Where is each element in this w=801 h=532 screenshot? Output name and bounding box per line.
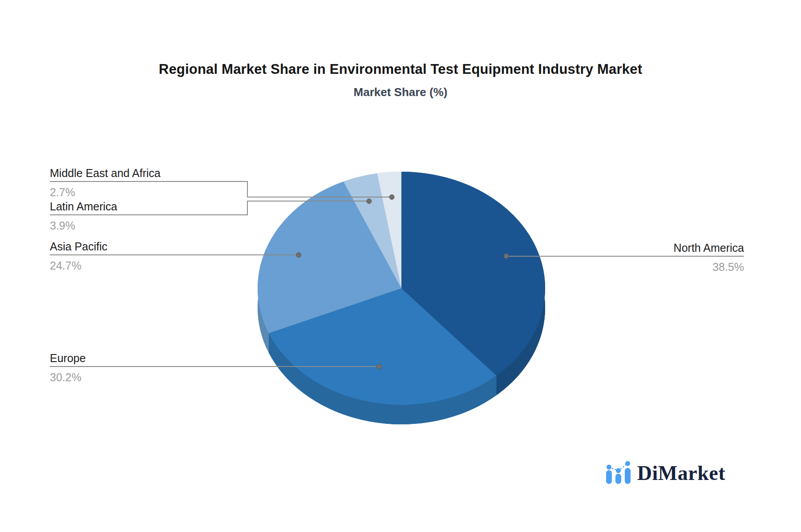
leader-dot bbox=[377, 364, 382, 369]
label-europe: Europe bbox=[50, 352, 86, 365]
leader-dot bbox=[504, 254, 509, 258]
pie-chart bbox=[0, 0, 801, 532]
label-latin-america: Latin America bbox=[50, 200, 117, 213]
leader-dot bbox=[389, 195, 394, 200]
leader-dot bbox=[296, 253, 301, 258]
dimarket-logo: DiMarket bbox=[606, 461, 725, 485]
value-asia-pacific: 24.7% bbox=[50, 259, 81, 272]
leader-dot bbox=[367, 199, 372, 204]
value-middle-east-and-africa: 2.7% bbox=[50, 186, 75, 199]
label-north-america: North America bbox=[674, 242, 744, 254]
value-north-america: 38.5% bbox=[712, 261, 744, 274]
bar-chart-trend-icon bbox=[606, 461, 631, 485]
label-asia-pacific: Asia Pacific bbox=[50, 240, 107, 253]
value-latin-america: 3.9% bbox=[50, 219, 75, 232]
value-europe: 30.2% bbox=[50, 371, 81, 384]
label-middle-east-and-africa: Middle East and Africa bbox=[50, 167, 161, 180]
logo-text: DiMarket bbox=[637, 462, 725, 485]
